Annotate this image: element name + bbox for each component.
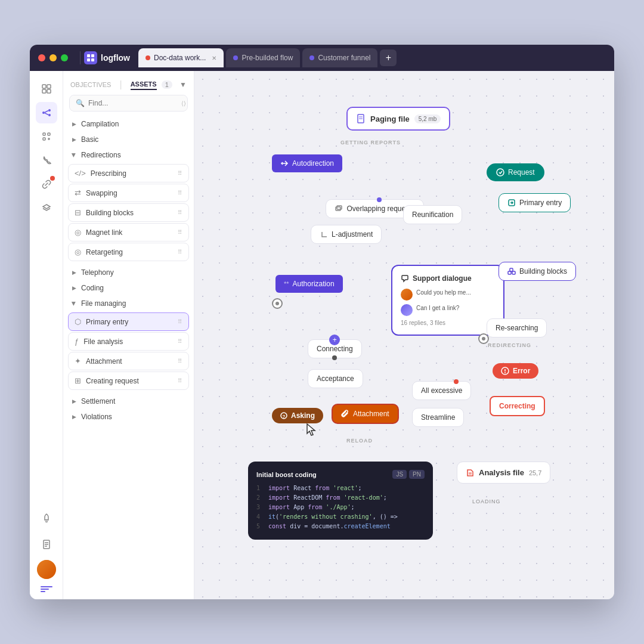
asking-label: Asking — [291, 411, 315, 420]
line-text-1: import React from 'react'; — [268, 484, 362, 493]
maximize-button[interactable] — [61, 54, 68, 61]
request-label: Request — [508, 168, 535, 177]
canvas-area[interactable]: Paging file 5,2 mb GETTING REPORTS Autod… — [194, 71, 614, 599]
sidebar-icon-phone[interactable] — [36, 150, 57, 171]
asset-primary-entry[interactable]: ⬡ Primary entry ⠿ — [68, 312, 189, 331]
all-excessive-node[interactable]: All excessive — [412, 381, 471, 400]
connector-circle-2 — [478, 333, 489, 344]
tree-item-redirections[interactable]: ▶ Redirections — [63, 147, 194, 163]
sidebar-icon-layers[interactable] — [36, 197, 57, 219]
tree-label-telephony: Telephony — [81, 268, 187, 277]
search-toggle-icon[interactable]: ⟨⟩ — [181, 100, 186, 107]
re-searching-node[interactable]: Re-searching — [487, 318, 547, 338]
l-adjustment-node[interactable]: L-adjustment — [311, 225, 382, 244]
authorization-node[interactable]: ** Authorization — [275, 275, 343, 293]
reunification-node[interactable]: Reunification — [403, 205, 462, 224]
panel-filter-icon[interactable]: ▼ — [179, 80, 187, 89]
tree-item-telephony[interactable]: ▶ Telephony — [63, 265, 194, 280]
asset-retargeting[interactable]: ◎ Retargeting ⠿ — [68, 243, 189, 261]
asset-building-blocks[interactable]: ⊟ Building blocks ⠿ — [68, 203, 189, 222]
add-tab-button[interactable]: + — [380, 49, 397, 66]
autodirection-label: Autodirection — [292, 159, 334, 168]
primary-entry-icon — [507, 199, 516, 207]
tree-item-violations[interactable]: ▶ Violations — [63, 409, 194, 425]
asset-icon-primary-entry: ⬡ — [75, 317, 81, 326]
sidebar-bottom — [36, 507, 57, 592]
close-button[interactable] — [38, 54, 45, 61]
asset-magnet-link[interactable]: ◎ Magnet link ⠿ — [68, 223, 189, 242]
asking-icon: ? — [280, 412, 287, 419]
autodirection-icon — [280, 159, 289, 168]
asking-node[interactable]: ? Asking — [272, 408, 323, 423]
asset-dots-file-analysis: ⠿ — [178, 338, 182, 345]
svg-rect-3 — [91, 58, 94, 61]
streamline-node[interactable]: Streamline — [412, 408, 464, 427]
svg-point-49 — [497, 169, 504, 176]
tree-item-file-managing[interactable]: ▶ File managing — [63, 296, 194, 311]
building-blocks-icon — [507, 267, 516, 275]
tab-dot-3 — [309, 55, 314, 60]
svg-rect-5 — [47, 85, 51, 88]
asset-dots-retargeting: ⠿ — [178, 249, 182, 255]
autodirection-node[interactable]: Autodirection — [272, 154, 342, 172]
sidebar-icon-grid[interactable] — [36, 78, 57, 100]
sidebar-icon-docs[interactable] — [36, 534, 57, 555]
building-blocks-right-label: Building blocks — [519, 267, 567, 275]
asset-creating-request[interactable]: ⊞ Creating request ⠿ — [68, 371, 189, 390]
sidebar-icon-settings[interactable] — [36, 126, 57, 147]
error-node[interactable]: Error — [493, 363, 538, 379]
svg-point-10 — [48, 114, 51, 116]
tree-label-coding: Coding — [81, 284, 187, 292]
request-node[interactable]: Request — [487, 163, 544, 181]
asset-dots-creating-request: ⠿ — [178, 377, 182, 384]
tab-pre-builded[interactable]: Pre-builded flow — [226, 48, 300, 67]
overlapping-icon — [335, 205, 343, 213]
sidebar-icon-bell[interactable] — [36, 507, 57, 529]
correcting-node[interactable]: Correcting — [490, 396, 545, 416]
building-blocks-right-node[interactable]: Building blocks — [499, 262, 576, 281]
primary-entry-right-node[interactable]: Primary entry — [499, 193, 571, 212]
sidebar-icon-link[interactable] — [36, 174, 57, 195]
asset-file-analysis[interactable]: ƒ File analysis ⠿ — [68, 332, 189, 351]
tree-item-basic[interactable]: ▶ Basic — [63, 132, 194, 147]
svg-point-58 — [504, 372, 506, 373]
paging-size-badge: 5,2 mb — [414, 114, 441, 123]
analysis-file-node[interactable]: Analysis file 25,7 — [457, 462, 550, 484]
tab-assets[interactable]: ASSETS — [131, 79, 157, 90]
minimize-button[interactable] — [49, 54, 57, 61]
code-badge-js: JS — [392, 470, 407, 479]
asset-label-swapping: Swapping — [86, 189, 173, 197]
chat-text-1: Could you help me... — [416, 289, 471, 296]
l-adjustment-icon — [320, 230, 328, 239]
tab-objectives[interactable]: OBJECTIVES — [70, 80, 111, 89]
arrow-icon-settlement: ▶ — [70, 398, 78, 405]
user-avatar[interactable] — [37, 560, 56, 579]
analysis-icon — [466, 469, 474, 477]
attachment-node[interactable]: Attachment — [332, 404, 399, 424]
tab-doc-data[interactable]: Doc-data work... ✕ — [138, 48, 224, 67]
connecting-node[interactable]: + Connecting — [308, 339, 362, 358]
paging-file-node[interactable]: Paging file 5,2 mb — [346, 107, 450, 131]
sidebar-icon-flow[interactable] — [36, 102, 57, 123]
asset-prescribing[interactable]: </> Prescribing ⠿ — [68, 164, 189, 182]
search-icon: 🔍 — [76, 99, 85, 107]
tree-item-coding[interactable]: ▶ Coding — [63, 280, 194, 296]
tree-label-file-managing: File managing — [81, 299, 187, 308]
arrow-icon-coding: ▶ — [70, 284, 78, 292]
acceptance-node[interactable]: Acceptance — [308, 369, 363, 388]
asset-swapping[interactable]: ⇄ Swapping ⠿ — [68, 184, 189, 202]
search-input[interactable] — [88, 99, 178, 107]
svg-rect-50 — [336, 207, 340, 210]
tab-close-1[interactable]: ✕ — [212, 55, 216, 61]
attachment-icon — [341, 410, 349, 418]
tree-item-settlement[interactable]: ▶ Settlement — [63, 394, 194, 409]
streamline-label: Streamline — [421, 413, 455, 422]
asset-attachment[interactable]: ✦ Attachment ⠿ — [68, 352, 189, 370]
code-block[interactable]: Initial boost coding JS PN 1 import Reac… — [248, 462, 433, 540]
tab-label-2: Pre-builded flow — [242, 54, 293, 62]
tree-item-campilation[interactable]: ▶ Campilation — [63, 116, 194, 132]
bar-3 — [41, 591, 45, 592]
code-header: Initial boost coding JS PN — [256, 470, 425, 479]
tab-customer-funnel[interactable]: Customer funnel — [302, 48, 377, 67]
svg-rect-15 — [43, 138, 45, 140]
